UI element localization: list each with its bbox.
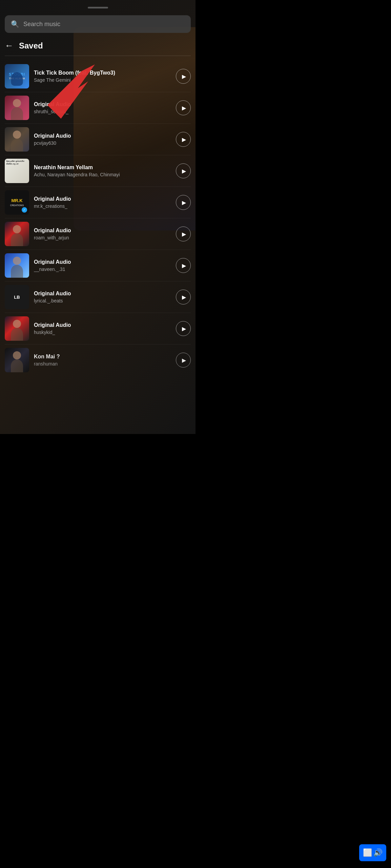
list-item[interactable]: STOOBITHE ALBUMTick Tick Boom (feat. Byg… bbox=[5, 61, 191, 92]
play-button-5[interactable]: ▶ bbox=[176, 195, 191, 210]
music-artist: __naveen._.31 bbox=[34, 267, 171, 272]
play-button-6[interactable]: ▶ bbox=[176, 226, 191, 241]
play-icon: ▶ bbox=[182, 326, 186, 332]
music-title: Original Audio bbox=[34, 101, 171, 107]
music-artist: shruthi_selvam_ bbox=[34, 109, 171, 114]
search-icon: 🔍 bbox=[11, 20, 19, 28]
list-item[interactable]: Original Audioroam_with_arjun▶ bbox=[5, 218, 191, 250]
music-info-3: Original Audiopcvijay630 bbox=[34, 133, 171, 146]
list-item[interactable]: Original Audio__naveen._.31▶ bbox=[5, 250, 191, 281]
music-artist: lyrical._.beats bbox=[34, 298, 171, 303]
music-info-5: Original Audiomr.k_creations_ bbox=[34, 196, 171, 209]
play-button-10[interactable]: ▶ bbox=[176, 353, 191, 368]
search-bar[interactable]: 🔍 Search music bbox=[5, 15, 191, 33]
play-button-1[interactable]: ▶ bbox=[176, 69, 191, 84]
music-title: Kon Mai ? bbox=[34, 354, 171, 360]
music-info-9: Original Audiohuskykid_ bbox=[34, 322, 171, 335]
album-art-3 bbox=[5, 127, 29, 152]
music-artist: pcvijay630 bbox=[34, 140, 171, 146]
play-button-4[interactable]: ▶ bbox=[176, 163, 191, 178]
play-icon: ▶ bbox=[182, 105, 186, 111]
music-title: Tick Tick Boom (feat. BygTwo3) bbox=[34, 70, 171, 76]
music-info-2: Original Audioshruthi_selvam_ bbox=[34, 101, 171, 114]
music-title: Original Audio bbox=[34, 259, 171, 265]
album-art-8: LB bbox=[5, 285, 29, 309]
list-item[interactable]: MR.KCREATIONS✓Original Audiomr.k_creatio… bbox=[5, 187, 191, 218]
play-icon: ▶ bbox=[182, 168, 186, 174]
music-list: STOOBITHE ALBUMTick Tick Boom (feat. Byg… bbox=[5, 61, 191, 376]
list-item[interactable]: நொடிகளே ஒய்யாரமே மிண்டொரு மாNerathin Ner… bbox=[5, 155, 191, 187]
list-item[interactable]: Kon Mai ?ranshuman▶ bbox=[5, 344, 191, 376]
music-title: Original Audio bbox=[34, 133, 171, 139]
music-title: Nerathin Neram Yellam bbox=[34, 164, 171, 171]
album-art-9 bbox=[5, 316, 29, 341]
music-artist: huskykid_ bbox=[34, 330, 171, 335]
list-item[interactable]: Original Audiopcvijay630▶ bbox=[5, 124, 191, 155]
play-button-3[interactable]: ▶ bbox=[176, 132, 191, 147]
music-title: Original Audio bbox=[34, 228, 171, 234]
phone-container: 🔍 Search music ← Saved STOOBITHE ALBUMTi… bbox=[0, 0, 196, 434]
list-item[interactable]: LBOriginal Audiolyrical._.beats▶ bbox=[5, 281, 191, 313]
album-art-2 bbox=[5, 96, 29, 120]
play-button-9[interactable]: ▶ bbox=[176, 321, 191, 336]
music-title: Original Audio bbox=[34, 196, 171, 202]
music-artist: roam_with_arjun bbox=[34, 235, 171, 240]
play-icon: ▶ bbox=[182, 73, 186, 80]
play-icon: ▶ bbox=[182, 231, 186, 237]
search-input[interactable]: Search music bbox=[23, 21, 185, 28]
album-art-5: MR.KCREATIONS✓ bbox=[5, 190, 29, 215]
back-button[interactable]: ← bbox=[5, 40, 14, 51]
music-title: Original Audio bbox=[34, 322, 171, 328]
drag-handle[interactable] bbox=[88, 7, 108, 8]
play-icon: ▶ bbox=[182, 357, 186, 363]
play-icon: ▶ bbox=[182, 262, 186, 269]
music-info-6: Original Audioroam_with_arjun bbox=[34, 228, 171, 240]
verified-badge: ✓ bbox=[22, 207, 27, 213]
play-button-2[interactable]: ▶ bbox=[176, 100, 191, 115]
music-info-7: Original Audio__naveen._.31 bbox=[34, 259, 171, 272]
section-header: ← Saved bbox=[5, 40, 191, 56]
lb-logo: LB bbox=[9, 290, 24, 304]
play-icon: ▶ bbox=[182, 294, 186, 300]
play-button-7[interactable]: ▶ bbox=[176, 258, 191, 273]
play-icon: ▶ bbox=[182, 136, 186, 143]
play-icon: ▶ bbox=[182, 199, 186, 206]
album-art-4: நொடிகளே ஒய்யாரமே மிண்டொரு மா bbox=[5, 159, 29, 183]
section-title: Saved bbox=[19, 41, 43, 51]
music-artist: Sage The Gemini bbox=[34, 77, 171, 83]
album-art-10 bbox=[5, 348, 29, 372]
music-info-10: Kon Mai ?ranshuman bbox=[34, 354, 171, 367]
music-info-1: Tick Tick Boom (feat. BygTwo3)Sage The G… bbox=[34, 70, 171, 83]
album-art-6 bbox=[5, 222, 29, 246]
music-title: Original Audio bbox=[34, 291, 171, 297]
play-button-8[interactable]: ▶ bbox=[176, 290, 191, 304]
music-artist: ranshuman bbox=[34, 361, 171, 367]
music-artist: mr.k_creations_ bbox=[34, 203, 171, 209]
list-item[interactable]: Original Audiohuskykid_▶ bbox=[5, 313, 191, 344]
list-item[interactable]: Original Audioshruthi_selvam_▶ bbox=[5, 92, 191, 124]
music-info-4: Nerathin Neram YellamAchu, Narayan Nagen… bbox=[34, 164, 171, 177]
music-artist: Achu, Narayan Nagendra Rao, Chinmayi bbox=[34, 172, 171, 177]
album-art-1: STOOBITHE ALBUM bbox=[5, 64, 29, 88]
music-info-8: Original Audiolyrical._.beats bbox=[34, 291, 171, 303]
album-art-7 bbox=[5, 253, 29, 278]
main-content: 🔍 Search music ← Saved STOOBITHE ALBUMTi… bbox=[0, 0, 196, 376]
